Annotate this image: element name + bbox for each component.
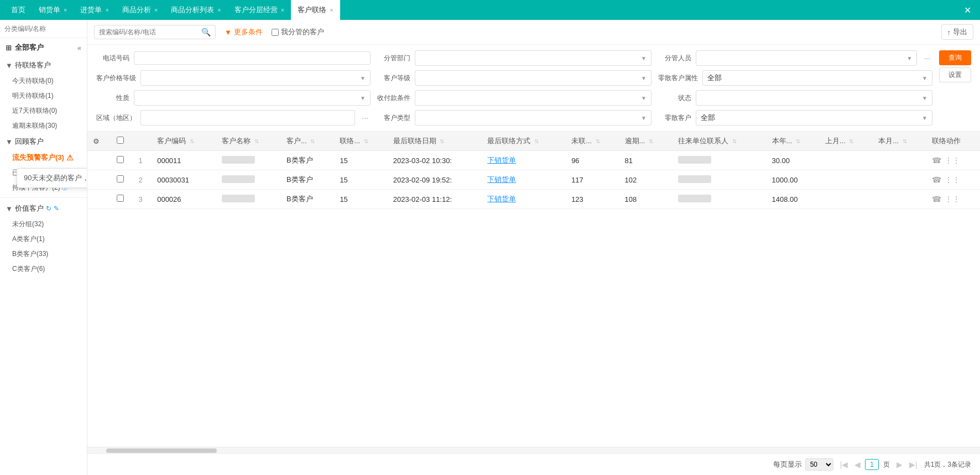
edit-icon[interactable]: ✎ [54, 205, 59, 212]
th-last-month[interactable]: 上月... ⇅ [820, 132, 873, 151]
more-action-icon[interactable]: ⋮⋮ [945, 156, 960, 165]
th-last-contact-method[interactable]: 最后联络方式 ⇅ [482, 132, 566, 151]
horizontal-scrollbar[interactable] [87, 447, 980, 453]
select-all-checkbox[interactable] [117, 137, 124, 144]
main-layout: 🔍 ⊞ 全部客户 « ▼ 待联络客户 今天待联络(0) 明天待联络(1) 近7天… [0, 20, 980, 475]
td-this-month [873, 190, 926, 209]
refresh-icon[interactable]: ↻ [46, 205, 51, 212]
more-filter-btn[interactable]: ▼ 更多条件 [220, 25, 267, 39]
th-overdue[interactable]: 逾期... ⇅ [619, 132, 673, 151]
filter-sparse-customer-select[interactable]: 全部 ▼ [696, 110, 932, 126]
nav-sales-order[interactable]: 销货单 × [32, 0, 74, 20]
th-unit-contacts[interactable]: 往来单位联系人 ⇅ [673, 132, 767, 151]
filter-payment-select[interactable]: ▼ [415, 90, 651, 106]
last-page-btn[interactable]: ▶| [907, 459, 920, 470]
close-sales-order[interactable]: × [64, 7, 67, 13]
person-more-btn[interactable]: ··· [921, 54, 932, 62]
filter-customer-type-select[interactable]: ▼ [415, 110, 651, 126]
row-checkbox[interactable] [117, 156, 124, 163]
filter-customer-grade-select[interactable]: ▼ [415, 70, 651, 86]
filter-sparse-attr-select[interactable]: 全部 ▼ [702, 70, 932, 86]
th-uncontacted[interactable]: 未联... ⇅ [566, 132, 619, 151]
nav-customer-tier[interactable]: 客户分层经营 × [228, 0, 291, 20]
filter-dept-select[interactable]: ▼ [415, 50, 651, 66]
th-code[interactable]: 客户编码 ⇅ [152, 132, 216, 151]
contact-icon[interactable]: ☎ [932, 156, 941, 165]
prev-page-btn[interactable]: ◀ [852, 459, 863, 470]
page-size-select[interactable]: 50 10 20 100 [805, 458, 833, 471]
filter-phone-input[interactable] [134, 51, 371, 65]
contact-icon[interactable]: ☎ [932, 195, 941, 203]
scroll-thumb[interactable] [106, 448, 217, 453]
td-code: 000011 [152, 151, 216, 170]
nav-customer-contact[interactable]: 客户联络 × [291, 0, 340, 20]
sidebar-section-value[interactable]: ▼ 价值客户 ↻ ✎ [0, 200, 87, 217]
sidebar-section-review[interactable]: ▼ 回顾客户 [0, 133, 87, 150]
th-type[interactable]: 客户... ⇅ [281, 132, 334, 151]
sidebar-item-tomorrow[interactable]: 明天待联络(1) [0, 88, 87, 103]
sidebar-item-type-c[interactable]: C类客户(6) [0, 262, 87, 276]
th-contact[interactable]: 联络... ⇅ [334, 132, 387, 151]
first-page-btn[interactable]: |◀ [838, 459, 851, 470]
more-action-icon[interactable]: ⋮⋮ [945, 175, 960, 184]
contact-icon[interactable]: ☎ [932, 175, 941, 184]
window-close-btn[interactable]: ✕ [960, 5, 976, 15]
td-overdue: 81 [619, 151, 673, 170]
filter-customer-type: 客户类型 ▼ [377, 110, 651, 126]
row-checkbox[interactable] [117, 175, 124, 182]
search-input[interactable] [99, 28, 201, 36]
arrow-down-icon-2: ▼ [6, 138, 13, 146]
close-product-analysis-list[interactable]: × [217, 7, 221, 13]
my-customers-checkbox[interactable] [272, 29, 279, 36]
row-checkbox[interactable] [117, 195, 124, 202]
filter-nature-select[interactable]: ▼ [134, 90, 371, 106]
sidebar-item-overdue[interactable]: 逾期未联络(30) [0, 118, 87, 133]
query-button[interactable]: 查询 [939, 50, 971, 65]
close-product-analysis[interactable]: × [154, 7, 158, 13]
th-name[interactable]: 客户名称 ⇅ [216, 132, 281, 151]
th-last-contact-date[interactable]: 最后联络日期 ⇅ [388, 132, 482, 151]
filter-person-select[interactable]: ▼ [696, 50, 917, 66]
th-this-year[interactable]: 本年... ⇅ [767, 132, 820, 151]
th-this-month[interactable]: 本月... ⇅ [873, 132, 926, 151]
close-customer-tier[interactable]: × [281, 7, 284, 13]
more-action-icon[interactable]: ⋮⋮ [945, 195, 960, 203]
sidebar-all-customers[interactable]: ⊞ 全部客户 « [0, 38, 87, 57]
contact-method-link[interactable]: 下销货单 [487, 195, 516, 203]
sort-type-icon: ⇅ [310, 138, 315, 144]
nav-product-analysis[interactable]: 商品分析 × [116, 0, 164, 20]
nav-home[interactable]: 首页 [4, 0, 32, 20]
td-last-contact-date: 2023-02-09 19:52: [388, 170, 482, 190]
my-customers-checkbox-label[interactable]: 我分管的客户 [272, 27, 324, 37]
nav-product-analysis-list[interactable]: 商品分析列表 × [164, 0, 227, 20]
contact-method-link[interactable]: 下销货单 [487, 175, 516, 184]
filter-region-select[interactable] [140, 110, 355, 126]
sidebar-item-ungrouped[interactable]: 未分组(32) [0, 217, 87, 232]
td-last-contact-date: 2023-03-02 10:30: [388, 151, 482, 170]
content-area: 🔍 ▼ 更多条件 我分管的客户 ↑ 导出 [87, 20, 980, 475]
current-page[interactable]: 1 [865, 459, 879, 470]
sidebar-item-type-b[interactable]: B类客户(33) [0, 247, 87, 262]
filter-price-grade-select[interactable]: ▼ [140, 70, 371, 86]
next-page-btn[interactable]: ▶ [894, 459, 905, 470]
nav-purchase-order[interactable]: 进货单 × [74, 0, 115, 20]
close-purchase-order[interactable]: × [105, 7, 108, 13]
contact-method-link[interactable]: 下销货单 [487, 156, 516, 164]
close-customer-contact[interactable]: × [330, 7, 333, 13]
sidebar-section-pending[interactable]: ▼ 待联络客户 [0, 57, 87, 74]
settings-button[interactable]: 设置 [939, 67, 971, 82]
sidebar-search-input[interactable] [4, 25, 87, 33]
td-uncontacted: 96 [566, 151, 619, 170]
filter-row-1: 电话号码 分管部门 ▼ 分管人员 [96, 50, 932, 66]
th-settings[interactable]: ⚙ [87, 132, 111, 151]
th-check [111, 132, 129, 151]
region-more-btn[interactable]: ··· [359, 113, 371, 122]
search-button[interactable]: 🔍 [201, 28, 211, 36]
sidebar-item-type-a[interactable]: A类客户(1) [0, 232, 87, 247]
export-button[interactable]: ↑ 导出 [941, 24, 974, 40]
filter-status-select[interactable]: ▼ [696, 90, 932, 106]
sidebar-item-7days[interactable]: 近7天待联络(0) [0, 103, 87, 118]
total-info: 共1页，3条记录 [924, 460, 971, 469]
sidebar-item-churn-warning[interactable]: 流失预警客户(3) ⚠ [0, 150, 87, 165]
sidebar-item-today[interactable]: 今天待联络(0) [0, 74, 87, 88]
